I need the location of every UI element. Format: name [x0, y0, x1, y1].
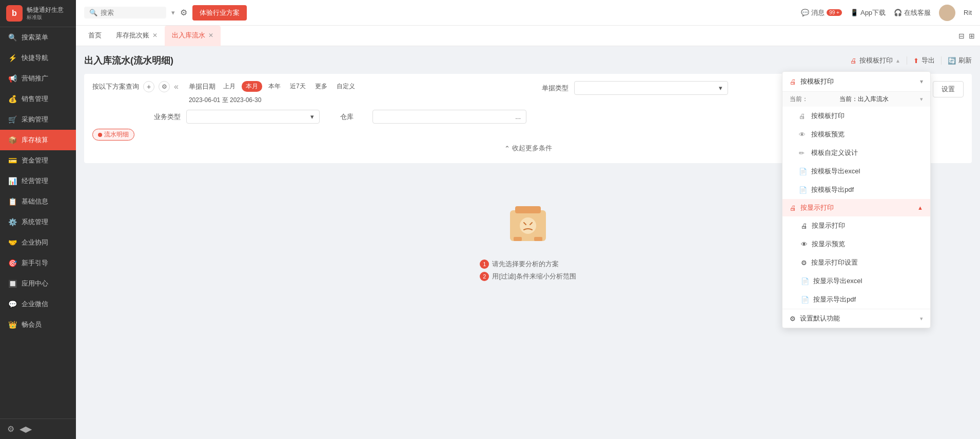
search-icon: 🔍 [7, 32, 17, 43]
sidebar-item-basic[interactable]: 📋 基础信息 [0, 191, 76, 212]
search-dropdown-icon[interactable]: ▾ [171, 9, 175, 16]
dropdown-display-excel[interactable]: 📄 按显示导出excel [782, 272, 930, 290]
dropdown-display-settings[interactable]: ⚙ 按显示打印设置 [782, 253, 930, 272]
online-service-button[interactable]: 🎧 在线客服 [894, 8, 931, 17]
filter-add-button[interactable]: + [143, 81, 154, 92]
sidebar-logo: b 畅捷通好生意 标准版 [0, 0, 76, 27]
sidebar-item-search[interactable]: 🔍 搜索菜单 [0, 27, 76, 48]
sidebar-item-corp[interactable]: 🤝 企业协同 [0, 232, 76, 253]
notification-badge: 99 + [827, 9, 842, 16]
tab-batch-close-icon[interactable]: ✕ [152, 32, 158, 39]
app-name-block: 畅捷通好生意 标准版 [27, 6, 64, 22]
collapse-sidebar-icon[interactable]: ◀▶ [19, 424, 32, 434]
sidebar-item-inventory[interactable]: 📦 库存核算 [0, 130, 76, 150]
dropdown-footer[interactable]: ⚙ 设置默认功能 ▾ [782, 309, 930, 328]
search-box[interactable]: 🔍 [84, 7, 166, 18]
main-area: 🔍 ▾ ⚙ 体验行业方案 💬 消息 99 + 📱 App下载 🎧 在线客服 Ri… [76, 0, 980, 439]
sidebar-item-apps[interactable]: 🔲 应用中心 [0, 273, 76, 294]
purchase-icon: 🛒 [7, 114, 17, 125]
sidebar-item-purchase[interactable]: 🛒 采购管理 [0, 109, 76, 130]
action-divider-2 [941, 56, 942, 65]
dropdown-template-preview[interactable]: 👁 按模板预览 [782, 125, 930, 144]
dropdown-display-header[interactable]: 🖨 按显示打印 ▲ [782, 199, 930, 216]
notification-button[interactable]: 💬 消息 99 + [801, 8, 842, 17]
dp-footer-chevron: ▾ [920, 315, 923, 322]
refresh-button[interactable]: 🔄 刷新 [948, 56, 972, 65]
finance-icon: 💳 [7, 155, 17, 166]
dropdown-template-print[interactable]: 🖨 按模板打印 [782, 107, 930, 125]
date-tag-last-month[interactable]: 上月 [220, 81, 239, 92]
export-button[interactable]: ⬆ 导出 [913, 56, 935, 65]
tab-flow-close-icon[interactable]: ✕ [208, 32, 213, 39]
date-tag-custom[interactable]: 自定义 [334, 81, 358, 92]
page-content: 出入库流水(流水明细) 🖨 按模板打印 ▲ ⬆ 导出 🔄 刷新 [76, 46, 980, 439]
sidebar-item-operation[interactable]: 📊 经营管理 [0, 171, 76, 191]
app-download-button[interactable]: 📱 App下载 [850, 8, 886, 17]
sidebar-item-shortcut[interactable]: ⚡ 快捷导航 [0, 48, 76, 68]
tab-minimize-icon[interactable]: ⊟ [958, 32, 965, 40]
industry-solution-button[interactable]: 体验行业方案 [192, 5, 247, 21]
warehouse-select[interactable]: ... [373, 110, 526, 124]
tab-batch[interactable]: 库存批次账 ✕ [109, 26, 165, 46]
export-label: 导出 [922, 56, 935, 65]
sidebar-label-operation: 经营管理 [22, 176, 48, 186]
dp-template-custom-label: 模板自定义设计 [811, 148, 858, 157]
sidebar-item-system[interactable]: ⚙️ 系统管理 [0, 212, 76, 232]
sidebar-item-marketing[interactable]: 📢 营销推广 [0, 68, 76, 89]
warehouse-more-icon[interactable]: ... [515, 113, 521, 121]
dropdown-template-custom[interactable]: ✏ 模板自定义设计 [782, 144, 930, 162]
dropdown-display-print[interactable]: 🖨 按显示打印 [782, 216, 930, 235]
filter-settings-button[interactable]: ⚙ [159, 81, 170, 92]
empty-step-2: 2 用[过滤]条件来缩小分析范围 [480, 272, 576, 281]
doc-type-label: 单据类型 [542, 84, 570, 93]
operation-icon: 📊 [7, 176, 17, 186]
filter-collapse-button[interactable]: « [174, 82, 179, 91]
settings-button[interactable]: 设置 [933, 81, 964, 97]
warehouse-actions: ... [515, 113, 521, 121]
filter-scheme-label: 按以下方案查询 [92, 82, 139, 91]
tab-maximize-icon[interactable]: ⊞ [969, 32, 975, 40]
print-template-button[interactable]: 🖨 按模板打印 ▲ [850, 56, 900, 65]
tab-home-label: 首页 [88, 31, 102, 40]
sidebar-item-sales[interactable]: 💰 销售管理 [0, 89, 76, 109]
empty-state-text: 1 请先选择要分析的方案 2 用[过滤]条件来缩小分析范围 [480, 260, 576, 284]
dropdown-display-preview[interactable]: 👁 按显示预览 [782, 235, 930, 253]
dp-print-icon: 🖨 [799, 112, 807, 120]
dp-disp-excel-icon: 📄 [801, 277, 809, 285]
date-tag-this-month[interactable]: 本月 [242, 81, 262, 92]
sidebar-item-wechat[interactable]: 💬 企业微信 [0, 294, 76, 314]
date-tag-this-year[interactable]: 本年 [265, 81, 284, 92]
tab-batch-label: 库存批次账 [116, 31, 149, 40]
date-filter-options: 单据日期 上月 本月 本年 近7天 更多 自定义 [189, 81, 358, 92]
sidebar-label-finance: 资金管理 [22, 156, 48, 165]
business-type-select[interactable]: ▾ [186, 110, 320, 124]
dropdown-template-excel[interactable]: 📄 按模板导出excel [782, 162, 930, 181]
tab-flow[interactable]: 出入库流水 ✕ [165, 26, 221, 46]
dropdown-header-title: 🖨 按模板打印 [790, 77, 834, 86]
date-tag-more[interactable]: 更多 [312, 81, 330, 92]
dropdown-footer-title: ⚙ 设置默认功能 [790, 314, 840, 323]
username-label[interactable]: Rit [964, 9, 972, 16]
sidebar-item-member[interactable]: 👑 畅会员 [0, 314, 76, 335]
sidebar-label-marketing: 营销推广 [22, 74, 48, 83]
tag-dot [98, 133, 102, 137]
doc-type-select[interactable]: ▾ [574, 81, 728, 95]
topbar-gear-icon[interactable]: ⚙ [180, 8, 187, 17]
sidebar-item-finance[interactable]: 💳 资金管理 [0, 150, 76, 171]
filter-scheme-selector: 按以下方案查询 + ⚙ « [92, 81, 179, 92]
sidebar-item-newbie[interactable]: 🎯 新手引导 [0, 253, 76, 273]
dropdown-display-pdf[interactable]: 📄 按显示导出pdf [782, 290, 930, 309]
settings-bottom-icon[interactable]: ⚙ [7, 424, 14, 434]
search-input[interactable] [101, 9, 152, 16]
dropdown-display-chevron: ▲ [917, 205, 923, 211]
dropdown-template-pdf[interactable]: 📄 按模板导出pdf [782, 181, 930, 199]
date-tag-7days[interactable]: 近7天 [287, 81, 309, 92]
sidebar-label-member: 畅会员 [22, 320, 42, 329]
dropdown-current-chevron: ▾ [920, 96, 923, 103]
dropdown-header[interactable]: 🖨 按模板打印 ▾ [782, 72, 930, 92]
date-filter-tags: 上月 本月 本年 近7天 更多 自定义 [220, 81, 358, 92]
date-filter-label: 单据日期 [189, 82, 217, 91]
step-1-text: 请先选择要分析的方案 [492, 260, 559, 269]
user-avatar[interactable] [939, 5, 955, 21]
tab-home[interactable]: 首页 [81, 26, 109, 46]
